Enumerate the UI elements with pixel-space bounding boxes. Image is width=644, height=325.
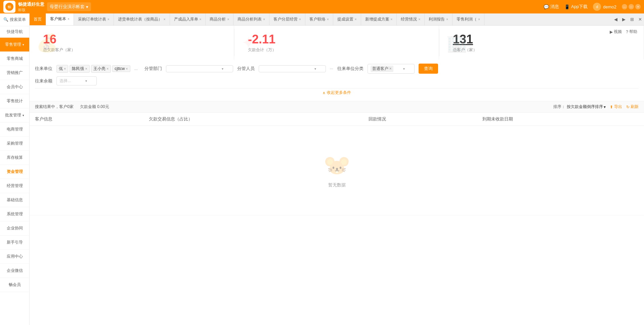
tab-close-6[interactable]: ×: [263, 17, 265, 21]
balance-placeholder: 选择...: [59, 78, 71, 84]
sidebar-item-4[interactable]: 零售统计: [0, 94, 29, 108]
play-icon: ▶: [610, 30, 613, 34]
sidebar-item-9[interactable]: 资金管理: [0, 165, 29, 179]
sidebar-item-13[interactable]: 企业协同: [0, 221, 29, 236]
sidebar-item-5[interactable]: 批发管理 ▾: [0, 108, 29, 122]
tab-11[interactable]: 经营情况×: [397, 13, 425, 26]
filter-row-1: 往来单位 佤×陈民强×王小亮×cjttcw× ... 分管部门 ▾ 分管人员: [35, 64, 639, 74]
tab-label-3: 进货单统计表（按商品）: [118, 16, 162, 22]
sidebar-item-11[interactable]: 基础信息: [0, 193, 29, 207]
tab-expand[interactable]: ⊞: [628, 13, 636, 26]
filter-tag-0: 佤×: [56, 65, 68, 73]
top-right-area: 💬 消息 📱 App下载 d demo2 — □ ✕: [544, 3, 641, 11]
collapse-filter-btn[interactable]: ∧ 收起更多条件: [35, 88, 639, 97]
video-help-btn[interactable]: ▶ 视频: [610, 29, 622, 35]
messages-btn[interactable]: 💬 消息: [544, 4, 559, 10]
tab-close-11[interactable]: ×: [418, 17, 420, 21]
tab-9[interactable]: 提成设置×: [333, 13, 361, 26]
sidebar-search[interactable]: 🔍 搜索菜单: [0, 13, 29, 26]
tab-close-10[interactable]: ×: [391, 17, 393, 21]
sidebar-item-16[interactable]: 企业微信: [0, 264, 29, 278]
filter-tag-text-0: 佤: [59, 66, 63, 72]
tab-8[interactable]: 客户联络×: [305, 13, 333, 26]
sidebar-item-2[interactable]: 营销推广: [0, 66, 29, 80]
tab-scroll-right[interactable]: ▶: [620, 13, 628, 26]
sidebar-item-15[interactable]: 应用中心: [0, 250, 29, 264]
tab-scroll-left[interactable]: ◀: [612, 13, 620, 26]
table-header-1: 欠款交易信息（占比）: [143, 113, 363, 126]
tab-5[interactable]: 商品分析×: [206, 13, 233, 26]
help-btn[interactable]: ? 帮助: [626, 29, 637, 35]
sidebar-item-1[interactable]: 零售商城: [0, 52, 29, 66]
tab-4[interactable]: 产成品入库单×: [170, 13, 206, 26]
sidebar-item-14[interactable]: 新手引导: [0, 236, 29, 250]
tab-12[interactable]: 利润报告×: [425, 13, 453, 26]
export-btn[interactable]: ⬆ 导出: [610, 104, 622, 110]
table-header-2: 回款情况: [363, 113, 477, 126]
refresh-btn[interactable]: ↻ 刷新: [626, 104, 639, 110]
tab-close-3[interactable]: ×: [164, 17, 166, 21]
tab-close-1[interactable]: ×: [68, 17, 70, 21]
tab-close-4[interactable]: ×: [200, 17, 202, 21]
tab-close-5[interactable]: ×: [227, 17, 229, 21]
sidebar-item-8[interactable]: 库存核算: [0, 151, 29, 165]
filter-tag-close-3[interactable]: ×: [126, 67, 128, 71]
sidebar-quick-nav[interactable]: 快捷导航: [0, 26, 29, 38]
user-menu[interactable]: d demo2: [593, 3, 616, 11]
filter-select-dept[interactable]: ▾: [166, 65, 233, 72]
tab-close-12[interactable]: ×: [446, 17, 448, 21]
filter-select-balance[interactable]: 选择... ▾: [56, 76, 97, 85]
filter-tag-close-1[interactable]: ×: [85, 67, 87, 71]
app-download-btn[interactable]: 📱 App下载: [564, 4, 588, 10]
tab-close-9[interactable]: ×: [355, 17, 357, 21]
tab-close-13[interactable]: ×: [478, 17, 480, 21]
sidebar-item-3[interactable]: 会员中心: [0, 80, 29, 94]
tab-close-7[interactable]: ×: [299, 17, 301, 21]
tab-13[interactable]: 零售利润（×: [453, 13, 484, 26]
minimize-btn[interactable]: —: [622, 4, 627, 9]
tab-6[interactable]: 商品分析列表×: [233, 13, 269, 26]
tab-3[interactable]: 进货单统计表（按商品）×: [114, 13, 170, 26]
tab-label-2: 采购订单统计表: [78, 16, 106, 22]
tab-close-all[interactable]: ✕: [636, 13, 644, 26]
account-dropdown[interactable]: 母婴行业演示帐套 ▾: [47, 2, 91, 11]
window-controls: — □ ✕: [622, 4, 641, 9]
download-icon: 📱: [564, 4, 570, 9]
customer-bg-icon: 💰: [36, 32, 58, 53]
tab-close-2[interactable]: ×: [108, 17, 110, 21]
sidebar-item-10[interactable]: 经营管理: [0, 179, 29, 193]
tab-1[interactable]: 客户账本×: [46, 13, 74, 26]
tab-7[interactable]: 客户分层经营×: [269, 13, 305, 26]
filter-tag-close-0[interactable]: ×: [64, 67, 66, 71]
filter-label-staff: 分管人员: [237, 66, 255, 72]
tab-label-13: 零售利润（: [457, 16, 477, 22]
filter-more-btn[interactable]: ...: [134, 66, 138, 71]
category-tag-close[interactable]: ×: [389, 66, 392, 71]
tab-0[interactable]: 首页: [30, 13, 46, 26]
sidebar-item-0[interactable]: 零售管理 ▾: [0, 38, 29, 52]
app-wrapper: 畅 畅捷通好生意 标版 母婴行业演示帐套 ▾ 💬 消息 📱 App下载 d: [0, 0, 644, 325]
filter-label-dept: 分管部门: [144, 66, 162, 72]
chevron-category-icon: ▾: [403, 67, 405, 71]
tab-close-8[interactable]: ×: [327, 17, 329, 21]
staff-more-icon[interactable]: ···: [330, 66, 333, 71]
empty-state: 🐭 暂无数据: [30, 126, 644, 215]
filter-tag-close-2[interactable]: ×: [106, 67, 109, 71]
table-empty-row: 🐭 暂无数据: [30, 126, 644, 215]
filter-select-staff[interactable]: ▾: [259, 65, 326, 72]
avatar: d: [593, 3, 601, 11]
tab-label-8: 客户联络: [309, 16, 326, 22]
results-bar: 搜索结果中，客户0家 欠款金额 0.00元 排序： 按欠款金额倒序排序 ▾: [30, 101, 644, 113]
sort-select[interactable]: 按欠款金额倒序排序 ▾: [567, 104, 606, 110]
tab-10[interactable]: 新增提成方案×: [361, 13, 397, 26]
tab-2[interactable]: 采购订单统计表×: [74, 13, 114, 26]
sidebar-item-17[interactable]: 畅会员: [0, 278, 29, 292]
close-btn[interactable]: ✕: [635, 4, 641, 9]
filter-select-category[interactable]: 普通客户 × ▾: [368, 64, 415, 74]
sidebar-item-12[interactable]: 系统管理: [0, 207, 29, 221]
maximize-btn[interactable]: □: [629, 4, 634, 9]
query-button[interactable]: 查询: [419, 64, 438, 74]
filter-tag-text-3: cjttcw: [115, 66, 125, 71]
sidebar-item-7[interactable]: 采购管理: [0, 137, 29, 151]
sidebar-item-6[interactable]: 电商管理: [0, 122, 29, 137]
